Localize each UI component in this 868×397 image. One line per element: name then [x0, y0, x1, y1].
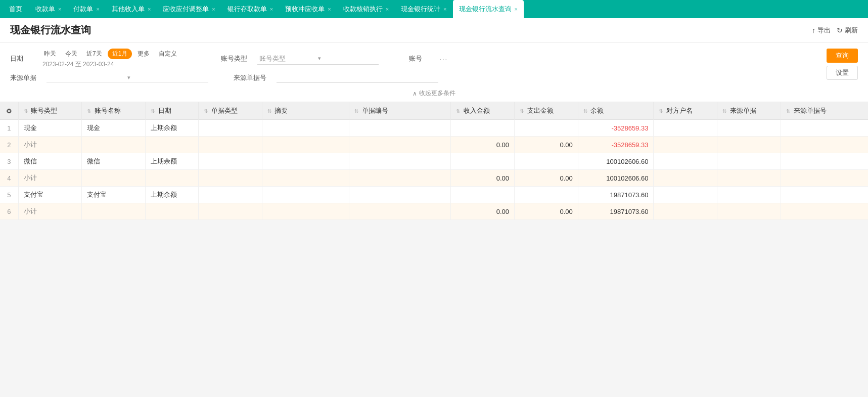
- col-balance[interactable]: ⇅ 余额: [578, 102, 654, 120]
- nav-bank-flow[interactable]: 现金银行流水查询 ×: [453, 0, 524, 18]
- sort-doc-no-icon: ⇅: [354, 108, 358, 114]
- col-income[interactable]: ⇅ 收入金额: [451, 102, 515, 120]
- nav-pre-receivable-close[interactable]: ×: [328, 6, 331, 12]
- col-account-type[interactable]: ⇅ 账号类型: [18, 102, 82, 120]
- col-counterparty[interactable]: ⇅ 对方户名: [654, 102, 717, 120]
- cell-date: 上期余额: [146, 120, 199, 137]
- col-expense[interactable]: ⇅ 支出金额: [515, 102, 578, 120]
- cell-account-name: 微信: [82, 153, 146, 170]
- nav-writeoff-close[interactable]: ×: [386, 6, 389, 12]
- date-btn-1month[interactable]: 近1月: [108, 49, 132, 59]
- nav-other-income[interactable]: 其他收入单 ×: [106, 0, 157, 18]
- sort-doc-type-icon: ⇅: [204, 108, 208, 114]
- nav-bank-stat[interactable]: 现金银行统计 ×: [395, 0, 452, 18]
- cell-income: [451, 187, 515, 203]
- nav-writeoff[interactable]: 收款核销执行 ×: [337, 0, 395, 18]
- source-doc-filter-label: 来源单据: [10, 73, 36, 82]
- refresh-label: 刷新: [845, 26, 858, 35]
- source-doc-select[interactable]: ▾: [47, 73, 208, 82]
- nav-payment-close[interactable]: ×: [96, 6, 99, 12]
- cell-summary: [262, 153, 349, 170]
- nav-home[interactable]: 首页: [2, 0, 29, 18]
- nav-bank-deposit[interactable]: 银行存取款单 ×: [221, 0, 279, 18]
- cell-summary: [262, 203, 349, 220]
- cell-balance: 19871073.60: [578, 203, 654, 220]
- col-source-doc-no-label: 来源单据号: [794, 107, 827, 114]
- date-btn-today[interactable]: 今天: [62, 49, 81, 59]
- nav-receipt[interactable]: 收款单 ×: [29, 0, 67, 18]
- date-btn-yesterday[interactable]: 昨天: [40, 49, 60, 59]
- cell-summary: [262, 170, 349, 187]
- cell-doc-no: [349, 187, 451, 203]
- cell-counterparty: [654, 120, 717, 137]
- account-type-filter-label: 账号类型: [221, 54, 247, 63]
- table-row: 2 小计 0.00 0.00 -3528659.33: [0, 137, 868, 153]
- cell-income: [451, 153, 515, 170]
- date-filter-label: 日期: [10, 54, 30, 63]
- col-account-type-label: 账号类型: [31, 107, 57, 114]
- account-type-select[interactable]: 账号类型 ▾: [257, 53, 379, 65]
- nav-adjustment-label: 应收应付调整单: [163, 5, 209, 14]
- collapse-button[interactable]: ∧ 收起更多条件: [413, 89, 455, 98]
- nav-home-label: 首页: [9, 5, 22, 14]
- col-source-doc[interactable]: ⇅ 来源单据: [717, 102, 781, 120]
- export-button[interactable]: ↑ 导出: [812, 26, 831, 35]
- cell-account-name: [82, 137, 146, 153]
- nav-payment[interactable]: 付款单 ×: [67, 0, 105, 18]
- cell-source-doc: [717, 187, 781, 203]
- cell-source-doc-no: [781, 153, 868, 170]
- col-doc-type[interactable]: ⇅ 单据类型: [198, 102, 262, 120]
- col-summary-label: 摘要: [275, 107, 288, 114]
- date-btn-custom[interactable]: 自定义: [155, 49, 180, 59]
- setting-button[interactable]: 设置: [827, 66, 858, 80]
- nav-other-income-close[interactable]: ×: [148, 6, 151, 12]
- col-doc-type-label: 单据类型: [211, 107, 238, 114]
- query-button[interactable]: 查询: [827, 49, 858, 63]
- filter-area: 日期 昨天 今天 近7天 近1月 更多 自定义 2023-02-24 至 202…: [0, 42, 868, 102]
- sort-date-icon: ⇅: [151, 108, 155, 114]
- table-container: ⚙ ⇅ 账号类型 ⇅ 账号名称 ⇅ 日期 ⇅ 单据类型: [0, 102, 868, 220]
- col-gear[interactable]: ⚙: [0, 102, 18, 120]
- col-date[interactable]: ⇅ 日期: [146, 102, 199, 120]
- col-source-doc-no[interactable]: ⇅ 来源单据号: [781, 102, 868, 120]
- nav-receipt-close[interactable]: ×: [58, 6, 61, 12]
- cell-row-num: 3: [0, 153, 18, 170]
- cell-balance: -3528659.33: [578, 137, 654, 153]
- cell-account-type: 小计: [18, 170, 82, 187]
- col-doc-no-label: 单据编号: [362, 107, 388, 114]
- cell-doc-type: [198, 187, 262, 203]
- cell-balance: 19871073.60: [578, 187, 654, 203]
- cell-expense: [515, 153, 578, 170]
- cell-source-doc: [717, 153, 781, 170]
- cell-doc-type: [198, 203, 262, 220]
- cell-doc-type: [198, 120, 262, 137]
- nav-writeoff-label: 收款核销执行: [343, 5, 383, 14]
- cell-doc-no: [349, 120, 451, 137]
- table-row: 1 现金 现金 上期余额 -3528659.33: [0, 120, 868, 137]
- cell-expense: 0.00: [515, 137, 578, 153]
- cell-summary: [262, 120, 349, 137]
- source-doc-no-input[interactable]: [277, 73, 438, 83]
- cell-doc-no: [349, 153, 451, 170]
- date-btn-more[interactable]: 更多: [134, 49, 153, 59]
- cell-doc-no: [349, 203, 451, 220]
- account-dots: ···: [439, 55, 448, 63]
- col-summary[interactable]: ⇅ 摘要: [262, 102, 349, 120]
- cell-counterparty: [654, 170, 717, 187]
- nav-pre-receivable[interactable]: 预收冲应收单 ×: [279, 0, 337, 18]
- cell-source-doc: [717, 170, 781, 187]
- refresh-button[interactable]: ↻ 刷新: [837, 26, 858, 35]
- cell-expense: 0.00: [515, 203, 578, 220]
- nav-adjustment-close[interactable]: ×: [212, 6, 215, 12]
- nav-adjustment[interactable]: 应收应付调整单 ×: [157, 0, 221, 18]
- sort-expense-icon: ⇅: [520, 108, 524, 114]
- nav-bank-stat-close[interactable]: ×: [443, 6, 446, 12]
- nav-bank-deposit-close[interactable]: ×: [270, 6, 273, 12]
- source-doc-dropdown-icon: ▾: [127, 74, 206, 81]
- date-btn-7days[interactable]: 近7天: [83, 49, 106, 59]
- nav-bank-flow-close[interactable]: ×: [515, 6, 518, 12]
- cell-source-doc-no: [781, 120, 868, 137]
- col-doc-no[interactable]: ⇅ 单据编号: [349, 102, 451, 120]
- col-account-name[interactable]: ⇅ 账号名称: [82, 102, 146, 120]
- cell-row-num: 4: [0, 170, 18, 187]
